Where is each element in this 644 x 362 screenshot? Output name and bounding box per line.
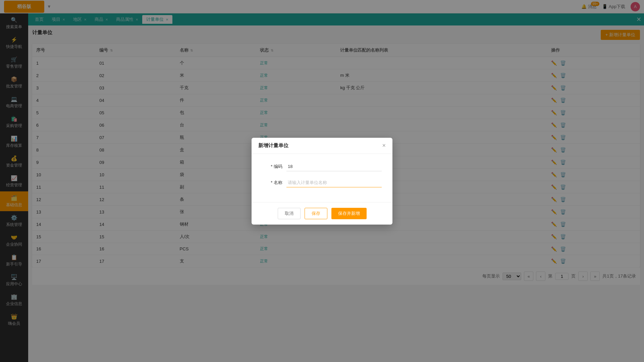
modal-overlay[interactable]: 新增计量单位 × * 编码 * 名称 取消 保存 保存并新增 (0, 0, 644, 362)
cancel-button[interactable]: 取消 (278, 208, 301, 219)
name-form-row: * 名称 (262, 178, 382, 187)
modal-footer: 取消 保存 保存并新增 (252, 202, 392, 225)
save-button[interactable]: 保存 (305, 208, 327, 219)
save-and-new-button[interactable]: 保存并新增 (331, 208, 367, 219)
name-input[interactable] (286, 178, 382, 187)
modal-title: 新增计量单位 (258, 142, 288, 149)
code-input[interactable] (286, 162, 382, 171)
code-form-row: * 编码 (262, 162, 382, 171)
add-unit-modal: 新增计量单位 × * 编码 * 名称 取消 保存 保存并新增 (252, 138, 392, 225)
modal-header: 新增计量单位 × (252, 138, 392, 154)
modal-close-button[interactable]: × (382, 142, 386, 148)
name-label: * 名称 (262, 180, 282, 186)
code-label: * 编码 (262, 164, 282, 170)
modal-body: * 编码 * 名称 (252, 154, 392, 202)
